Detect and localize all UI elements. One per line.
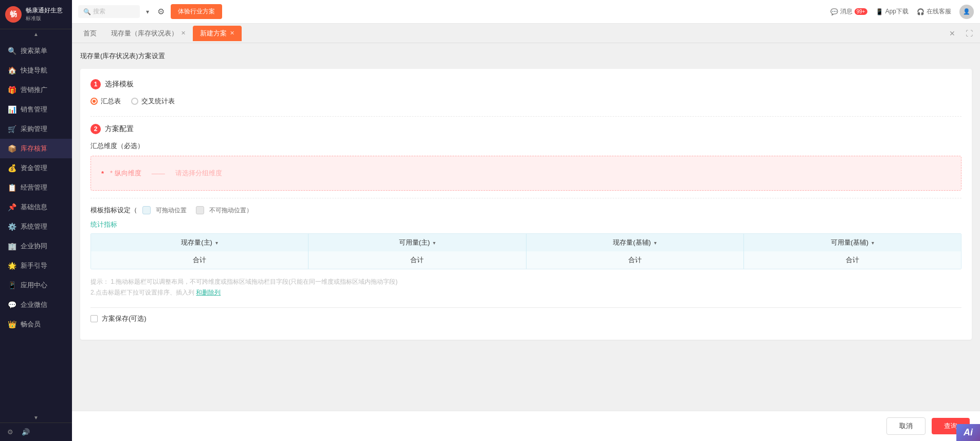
- content-area: 现存量(库存状况表)方案设置 1 选择模板 汇总表 交叉统计表: [72, 43, 980, 411]
- support-icon: 🎧: [917, 8, 924, 15]
- stats-col-header-3[interactable]: 可用量(基辅) ▾: [744, 234, 961, 251]
- sidebar-item-label: 新手引导: [21, 261, 47, 270]
- star-icon: 🌟: [7, 261, 16, 270]
- settings-icon[interactable]: ⚙: [7, 428, 13, 436]
- tip-title: 提示：: [90, 278, 109, 285]
- cart-icon: 🛒: [7, 124, 16, 134]
- chevron-down-icon-3: ▾: [872, 240, 874, 246]
- logo-icon: 畅: [5, 6, 22, 23]
- tab-new-plan-label: 新建方案: [200, 29, 227, 38]
- radio-summary[interactable]: 汇总表: [90, 97, 121, 106]
- user-avatar[interactable]: 👤: [959, 5, 974, 19]
- indicator-tag1-label: 可拖动位置: [156, 206, 187, 215]
- topbar-settings-icon[interactable]: ⚙: [155, 5, 167, 19]
- sidebar-item-inventory[interactable]: 📦 库存核算: [0, 139, 72, 158]
- sidebar-item-search-menu[interactable]: 🔍 搜索菜单: [0, 41, 72, 61]
- stats-col-label-2: 现存量(基辅): [613, 238, 651, 247]
- tab-new-plan-close[interactable]: ✕: [230, 30, 234, 36]
- sidebar-item-quick-nav[interactable]: 🏠 快捷导航: [0, 61, 72, 80]
- stats-col-label-3: 可用量(基辅): [831, 238, 869, 247]
- non-draggable-tag: [196, 206, 204, 214]
- radio-cross[interactable]: 交叉统计表: [131, 97, 175, 106]
- stats-col-header-1[interactable]: 可用量(主) ▾: [308, 234, 526, 251]
- sidebar-footer: ⚙ 🔊: [0, 422, 72, 441]
- search-icon: 🔍: [7, 46, 16, 56]
- gift-icon: 🎁: [7, 85, 16, 95]
- online-support-btn[interactable]: 🎧 在线客服: [917, 7, 951, 16]
- tip2-link[interactable]: 和删除列: [196, 289, 221, 296]
- sidebar-item-label: 采购管理: [21, 124, 47, 134]
- divider1: [90, 116, 961, 117]
- radio-summary-dot: [90, 98, 98, 105]
- trial-button[interactable]: 体验行业方案: [171, 4, 222, 19]
- dim-placeholder[interactable]: 请选择分组维度: [175, 169, 222, 178]
- indicator-tag2-label: 不可拖动位置）: [209, 206, 252, 215]
- sidebar-item-finance[interactable]: 💰 资金管理: [0, 158, 72, 178]
- sidebar-scroll-down[interactable]: ▼: [0, 413, 72, 422]
- sidebar-item-basic-info[interactable]: 📌 基础信息: [0, 197, 72, 217]
- dim-required-star: *: [101, 170, 104, 177]
- dim-area: * * 纵向维度 —— 请选择分组维度: [90, 156, 961, 191]
- mobile-icon: 📱: [7, 281, 16, 290]
- cancel-button[interactable]: 取消: [886, 417, 925, 435]
- save-label: 方案保存(可选): [102, 314, 147, 323]
- settings-panel: 1 选择模板 汇总表 交叉统计表 2: [80, 69, 972, 340]
- tab-inventory-status[interactable]: 现存量（库存状况表） ✕: [104, 26, 193, 41]
- messages-badge: 99+: [855, 8, 867, 15]
- bottom-bar: 取消 查询: [72, 411, 980, 441]
- home-icon: 🏠: [7, 66, 16, 75]
- messages-btn[interactable]: 💬 消息 99+: [830, 7, 867, 16]
- topbar-search[interactable]: 🔍 搜索: [78, 5, 140, 18]
- sidebar-item-new-guide[interactable]: 🌟 新手引导: [0, 256, 72, 275]
- sidebar-item-sales[interactable]: 📊 销售管理: [0, 100, 72, 119]
- stats-col-body-2: 合计: [527, 251, 744, 269]
- clipboard-icon: 📋: [7, 183, 16, 192]
- section1-header: 1 选择模板: [90, 79, 961, 89]
- money-icon: 💰: [7, 163, 16, 173]
- sidebar-item-enterprise-wx[interactable]: 💬 企业微信: [0, 295, 72, 315]
- sidebar-item-enterprise[interactable]: 🏢 企业协同: [0, 236, 72, 256]
- sidebar-item-operation[interactable]: 📋 经营管理: [0, 178, 72, 197]
- dim-field-label: * 纵向维度: [110, 169, 141, 178]
- expand-window-btn[interactable]: ⛶: [963, 28, 976, 39]
- sound-icon[interactable]: 🔊: [22, 428, 30, 436]
- dim-separator: ——: [152, 170, 165, 177]
- radio-cross-dot: [131, 98, 138, 105]
- sidebar-item-label: 销售管理: [21, 105, 47, 114]
- chevron-down-icon-2: ▾: [654, 240, 657, 246]
- sidebar-item-system[interactable]: ⚙️ 系统管理: [0, 217, 72, 236]
- stats-section-label: 统计指标: [90, 220, 961, 229]
- sidebar-item-label: 营销推广: [21, 85, 47, 95]
- sidebar-item-purchase[interactable]: 🛒 采购管理: [0, 119, 72, 139]
- logo-text: 畅康通好生意 标准版: [26, 7, 63, 22]
- sidebar-item-member[interactable]: 👑 畅会员: [0, 315, 72, 334]
- tab-inventory-close[interactable]: ✕: [181, 30, 186, 36]
- close-window-btn[interactable]: ✕: [946, 28, 958, 39]
- tab-inventory-label: 现存量（库存状况表）: [111, 29, 178, 38]
- sidebar-item-marketing[interactable]: 🎁 营销推广: [0, 80, 72, 100]
- sidebar-item-label: 企业微信: [21, 300, 47, 309]
- ai-badge: Ai: [956, 424, 980, 441]
- sidebar-scroll-up[interactable]: ▲: [0, 29, 72, 39]
- stats-col-header-2[interactable]: 现存量(基辅) ▾: [527, 234, 744, 251]
- section1-number: 1: [90, 79, 101, 89]
- pin-icon: 📌: [7, 203, 16, 212]
- tip2: 2.点击标题栏下拉可设置排序、插入列 和删除列: [90, 288, 961, 297]
- app-name: 畅康通好生意: [26, 7, 63, 15]
- window-controls: ✕ ⛶: [946, 28, 976, 39]
- gear-icon: ⚙️: [7, 222, 16, 231]
- stats-col-header-0[interactable]: 现存量(主) ▾: [91, 234, 308, 251]
- sidebar-item-label: 系统管理: [21, 222, 47, 231]
- section1-title: 选择模板: [105, 80, 134, 89]
- save-checkbox[interactable]: [90, 315, 98, 322]
- sales-icon: 📊: [7, 105, 16, 114]
- crown-icon: 👑: [7, 320, 16, 329]
- sidebar-item-label: 搜索菜单: [21, 46, 47, 56]
- sidebar-item-app-center[interactable]: 📱 应用中心: [0, 275, 72, 295]
- tab-new-plan[interactable]: 新建方案 ✕: [193, 26, 242, 41]
- tab-home[interactable]: 首页: [76, 26, 104, 41]
- box-icon: 📦: [7, 144, 16, 153]
- app-download-btn[interactable]: 📱 App下载: [876, 7, 909, 16]
- topbar-dropdown[interactable]: ▾: [144, 6, 151, 17]
- search-placeholder: 搜索: [93, 7, 105, 16]
